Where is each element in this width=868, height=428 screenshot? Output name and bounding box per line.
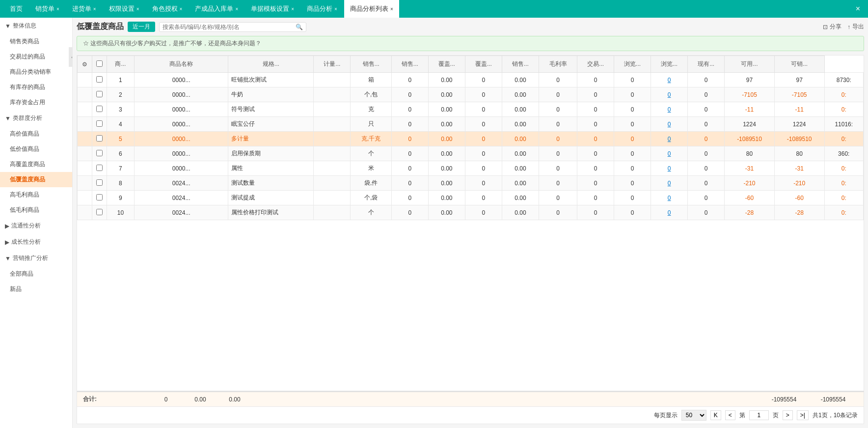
nav-roles-close[interactable]: ×: [180, 6, 183, 12]
period-button[interactable]: 近一月: [128, 22, 155, 32]
row-select[interactable]: [96, 106, 103, 112]
row-browse1[interactable]: 0: [651, 205, 688, 220]
row-select[interactable]: [96, 150, 103, 156]
row-checkbox[interactable]: [92, 205, 107, 220]
sidebar-item-all-goods[interactable]: 全部商品: [0, 266, 72, 282]
sidebar-section-overview[interactable]: ▼ 整体信息: [0, 18, 72, 34]
search-box[interactable]: 🔍: [159, 22, 306, 32]
row-settings[interactable]: [78, 132, 92, 146]
row-checkbox[interactable]: [92, 161, 107, 176]
nav-analysis[interactable]: 商品分析 ×: [301, 0, 343, 18]
col-gross-margin[interactable]: 毛利率: [539, 56, 577, 73]
col-unit[interactable]: 计量...: [314, 56, 351, 73]
row-checkbox[interactable]: [92, 73, 107, 87]
row-browse1[interactable]: 0: [651, 176, 688, 191]
first-page-btn[interactable]: K: [710, 410, 721, 420]
col-code[interactable]: 商...: [107, 56, 135, 73]
col-settings[interactable]: ⚙: [78, 56, 92, 73]
row-browse1[interactable]: 0: [651, 191, 688, 205]
search-icon[interactable]: 🔍: [296, 24, 303, 30]
row-settings[interactable]: [78, 73, 92, 87]
sidebar-item-low-value[interactable]: 低价值商品: [0, 142, 72, 157]
sidebar-item-high-value[interactable]: 高价值商品: [0, 126, 72, 142]
data-table-container[interactable]: ⚙ 商... 商品名称 规格... 计量... 销售... 销售... 覆盖..…: [77, 55, 864, 391]
export-button[interactable]: ↑ 导出: [847, 23, 864, 31]
col-name[interactable]: 商品名称: [134, 56, 228, 73]
nav-permissions-close[interactable]: ×: [136, 6, 139, 12]
row-browse1[interactable]: 0: [651, 117, 688, 132]
row-browse1[interactable]: 0: [651, 146, 688, 161]
col-trade[interactable]: 交易...: [577, 56, 614, 73]
row-checkbox[interactable]: [92, 191, 107, 205]
search-input[interactable]: [163, 24, 294, 30]
page-number-input[interactable]: [749, 410, 769, 420]
row-settings[interactable]: [78, 161, 92, 176]
row-checkbox[interactable]: [92, 87, 107, 102]
sidebar-section-liquidity[interactable]: ▶ 流通性分析: [0, 218, 72, 234]
sidebar-section-cluster[interactable]: ▼ 类群度分析: [0, 110, 72, 126]
per-page-select[interactable]: 50 100 200: [681, 410, 706, 421]
select-all-checkbox[interactable]: [96, 60, 103, 67]
sidebar-section-growth[interactable]: ▶ 成长性分析: [0, 234, 72, 250]
nav-template[interactable]: 单据模板设置 ×: [245, 0, 300, 18]
row-settings[interactable]: [78, 117, 92, 132]
row-browse1[interactable]: 0: [651, 73, 688, 87]
row-select[interactable]: [96, 120, 103, 127]
row-select[interactable]: [96, 135, 103, 142]
sidebar-item-stocked-goods[interactable]: 有库存的商品: [0, 80, 72, 95]
col-browse2[interactable]: 浏览...: [651, 56, 688, 73]
sidebar-item-high-margin[interactable]: 高毛利商品: [0, 187, 72, 202]
next-page-btn[interactable]: >: [783, 410, 793, 420]
nav-permissions[interactable]: 权限设置 ×: [103, 0, 145, 18]
nav-template-close[interactable]: ×: [291, 6, 294, 12]
row-select[interactable]: [96, 194, 103, 200]
sidebar-item-high-coverage[interactable]: 高覆盖度商品: [0, 157, 72, 172]
row-browse1[interactable]: 0: [651, 102, 688, 117]
nav-home[interactable]: 首页: [4, 0, 28, 18]
col-checkbox[interactable]: [92, 56, 107, 73]
row-select[interactable]: [96, 165, 103, 171]
nav-production-close[interactable]: ×: [235, 6, 238, 12]
sidebar-item-low-margin[interactable]: 低毛利商品: [0, 202, 72, 218]
row-select[interactable]: [96, 209, 103, 215]
nav-purchase[interactable]: 进货单 ×: [66, 0, 102, 18]
sidebar-item-new-goods[interactable]: 新品: [0, 282, 72, 297]
nav-roles[interactable]: 角色授权 ×: [146, 0, 189, 18]
col-coverage2[interactable]: 覆盖...: [465, 56, 502, 73]
row-checkbox[interactable]: [92, 176, 107, 191]
row-settings[interactable]: [78, 176, 92, 191]
sidebar-item-category-rate[interactable]: 商品分类动销率: [0, 64, 72, 80]
sidebar-item-sales-goods[interactable]: 销售类商品: [0, 34, 72, 49]
last-page-btn[interactable]: >|: [797, 410, 809, 420]
col-current-stock[interactable]: 现有...: [688, 56, 725, 73]
row-settings[interactable]: [78, 205, 92, 220]
prev-page-btn[interactable]: <: [725, 410, 735, 420]
row-settings[interactable]: [78, 87, 92, 102]
col-spec[interactable]: 规格...: [228, 56, 314, 73]
row-checkbox[interactable]: [92, 102, 107, 117]
window-close-btn[interactable]: ×: [852, 4, 864, 13]
col-sales3[interactable]: 销售...: [502, 56, 539, 73]
row-select[interactable]: [96, 179, 103, 186]
col-coverage1[interactable]: 覆盖...: [428, 56, 465, 73]
nav-sales-close[interactable]: ×: [56, 6, 59, 12]
row-settings[interactable]: [78, 191, 92, 205]
nav-sales-order[interactable]: 销货单 ×: [29, 0, 65, 18]
nav-analysis-list-close[interactable]: ×: [390, 6, 393, 12]
row-select[interactable]: [96, 76, 103, 83]
nav-analysis-list[interactable]: 商品分析列表 ×: [344, 0, 399, 18]
nav-production[interactable]: 产成品入库单 ×: [189, 0, 244, 18]
col-available-stock[interactable]: 可用...: [725, 56, 775, 73]
row-browse1[interactable]: 0: [651, 132, 688, 146]
col-saleable[interactable]: 可销...: [774, 56, 824, 73]
col-sales-qty[interactable]: 销售...: [351, 56, 392, 73]
row-browse1[interactable]: 0: [651, 87, 688, 102]
row-settings[interactable]: [78, 146, 92, 161]
sidebar-item-traded-goods[interactable]: 交易过的商品: [0, 49, 72, 64]
sidebar-item-capital[interactable]: 库存资金占用: [0, 95, 72, 110]
row-checkbox[interactable]: [92, 146, 107, 161]
row-checkbox[interactable]: [92, 117, 107, 132]
row-browse1[interactable]: 0: [651, 161, 688, 176]
nav-purchase-close[interactable]: ×: [93, 6, 96, 12]
share-button[interactable]: ⊡ 分享: [823, 23, 841, 31]
